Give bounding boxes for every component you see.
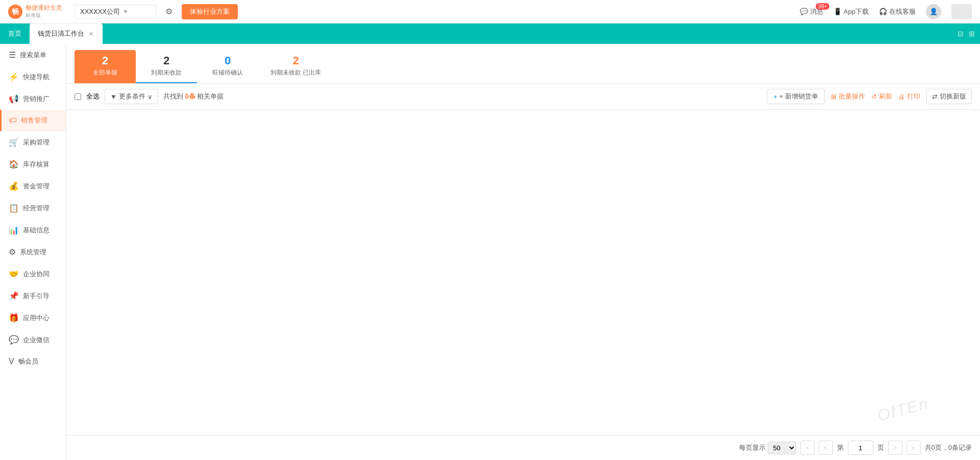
sidebar-item-finance[interactable]: 💰 资金管理: [0, 175, 66, 197]
tab-maximize-icon[interactable]: ⊞: [969, 30, 975, 38]
filter-label: 更多条件: [119, 92, 145, 101]
stats-tabs: 2 全部单据 2 到期未收款 0 旺辅待确认 2 到期未收款 已出库: [66, 44, 980, 84]
top-bar: 畅 畅捷通好生意 标准版 XXXXXX公司 ▼ ⚙ 体验行业方案 💬 消息 99…: [0, 0, 980, 23]
new-order-btn[interactable]: + + 新增销货单: [767, 89, 825, 104]
sidebar: ☰ 搜索菜单 ⚡ 快捷导航 📢 营销推广 🏷 销售管理 🛒 采购管理 🏠 库存核…: [0, 44, 66, 460]
first-page-btn[interactable]: «: [800, 441, 815, 455]
sidebar-item-label: 资金管理: [23, 182, 50, 191]
select-all-checkbox[interactable]: [75, 93, 81, 100]
message-icon: 💬: [800, 8, 808, 15]
sidebar-item-wechat[interactable]: 💬 企业微信: [0, 329, 66, 351]
sidebar-item-label: 销售管理: [21, 116, 47, 125]
stat-tab-overdue[interactable]: 2 到期未收款: [136, 50, 197, 83]
sidebar-item-label: 经营管理: [23, 204, 50, 213]
sidebar-item-search[interactable]: ☰ 搜索菜单: [0, 44, 66, 66]
table-empty-area: [66, 110, 980, 435]
nav-tabs: 首页 钱货日清工作台 ✕ ⊟ ⊞: [0, 23, 980, 44]
sidebar-item-beginner[interactable]: 📌 新手引导: [0, 285, 66, 307]
stat-tab-all[interactable]: 2 全部单据: [75, 50, 136, 83]
tab-cashflow-label: 钱货日清工作台: [38, 29, 84, 38]
experience-btn[interactable]: 体验行业方案: [182, 4, 238, 19]
found-suffix: 相关单据: [197, 92, 224, 100]
sidebar-item-basic[interactable]: 📊 基础信息: [0, 219, 66, 241]
sidebar-item-system[interactable]: ⚙ 系统管理: [0, 241, 66, 263]
page-size-select: 每页显示 50 100 200: [739, 442, 796, 454]
pagination-bar: 每页显示 50 100 200 « < 第 页 > » 共0页，: [66, 435, 980, 460]
refresh-icon: ↺: [871, 93, 877, 101]
new-order-label: + 新增销货单: [779, 92, 818, 101]
tab-cashflow[interactable]: 钱货日清工作台 ✕: [30, 23, 103, 44]
filter-icon: ▼: [110, 93, 117, 101]
logo-area: 畅 畅捷通好生意 标准版: [8, 4, 75, 19]
found-text: 共找到 0条 相关单据: [163, 92, 224, 101]
headset-icon: 🎧: [879, 8, 887, 15]
message-btn[interactable]: 💬 消息 99: [800, 7, 823, 16]
company-name: XXXXXX公司: [80, 7, 120, 16]
gift-icon: 🎁: [9, 313, 19, 323]
stat-num-shipped: 2: [293, 54, 299, 67]
avatar[interactable]: 👤: [926, 4, 941, 19]
sidebar-item-member[interactable]: V 畅会员: [0, 351, 66, 372]
first-page-icon: «: [805, 444, 809, 451]
message-badge: 99: [816, 3, 829, 10]
tab-close-icon[interactable]: ✕: [87, 30, 94, 37]
page-unit: 页: [877, 443, 884, 452]
sidebar-item-appstore[interactable]: 🎁 应用中心: [0, 307, 66, 329]
page-label: 第: [837, 443, 844, 452]
member-icon: V: [9, 357, 14, 366]
sidebar-item-purchase[interactable]: 🛒 采购管理: [0, 131, 66, 153]
database-icon: 📊: [9, 225, 19, 235]
sidebar-item-inventory[interactable]: 🏠 库存核算: [0, 153, 66, 175]
tag-icon: 🏷: [9, 116, 17, 125]
batch-btn[interactable]: ⊞ 批量操作: [831, 92, 865, 101]
sidebar-item-marketing[interactable]: 📢 营销推广: [0, 88, 66, 110]
stat-tab-shipped[interactable]: 2 到期未收款 已出库: [258, 50, 333, 83]
plus-icon: +: [773, 93, 777, 101]
gear-icon: ⚙: [165, 7, 173, 16]
switch-icon: ⇄: [932, 93, 938, 101]
user-icon: 👤: [929, 8, 938, 15]
online-service-btn[interactable]: 🎧 在线客服: [879, 7, 916, 16]
home-icon: 🏠: [9, 159, 19, 169]
stat-label-all: 全部单据: [93, 68, 117, 77]
settings-icon-btn[interactable]: ⚙: [161, 4, 177, 19]
stat-label-pending: 旺辅待确认: [212, 68, 243, 77]
filter-btn[interactable]: ▼ 更多条件 ∨: [105, 89, 158, 104]
search-menu-icon: ☰: [9, 50, 16, 60]
per-page-dropdown[interactable]: 50 100 200: [768, 442, 796, 454]
logo-text: 畅捷通好生意: [26, 4, 62, 12]
switch-version-btn[interactable]: ⇄ 切换新版: [926, 89, 972, 104]
sidebar-item-operation[interactable]: 📋 经营管理: [0, 197, 66, 219]
print-btn[interactable]: 🖨 打印: [898, 92, 920, 101]
nav-tabs-right: ⊟ ⊞: [958, 30, 980, 38]
company-selector[interactable]: XXXXXX公司 ▼: [75, 5, 156, 19]
sidebar-item-label: 企业微信: [23, 335, 50, 345]
clipboard-icon: 📋: [9, 203, 19, 213]
chevron-down-icon: ∨: [148, 93, 153, 101]
online-service-label: 在线客服: [889, 7, 916, 16]
pin-icon: 📌: [9, 291, 19, 301]
app-download-btn[interactable]: 📱 App下载: [834, 7, 869, 16]
handshake-icon: 🤝: [9, 269, 19, 279]
refresh-btn[interactable]: ↺ 刷新: [871, 92, 892, 101]
last-page-btn[interactable]: »: [906, 441, 921, 455]
tab-minimize-icon[interactable]: ⊟: [958, 30, 964, 38]
money-icon: 💰: [9, 181, 19, 191]
switch-label: 切换新版: [940, 92, 966, 101]
prev-page-btn[interactable]: <: [819, 441, 833, 455]
next-page-icon: >: [893, 444, 897, 451]
sidebar-item-nav[interactable]: ⚡ 快捷导航: [0, 66, 66, 88]
tab-home[interactable]: 首页: [0, 23, 30, 44]
stat-tab-pending[interactable]: 0 旺辅待确认: [197, 50, 258, 83]
page-input[interactable]: [848, 441, 873, 455]
lightning-icon: ⚡: [9, 72, 19, 82]
print-label: 打印: [907, 92, 920, 101]
sidebar-item-sales[interactable]: 🏷 销售管理: [0, 110, 66, 131]
sidebar-item-label: 企业协同: [23, 270, 50, 279]
next-page-btn[interactable]: >: [888, 441, 902, 455]
print-icon: 🖨: [898, 93, 905, 101]
sidebar-item-enterprise[interactable]: 🤝 企业协同: [0, 263, 66, 285]
page-total: 共0页，0条记录: [925, 443, 972, 452]
app-download-label: App下载: [844, 7, 869, 16]
phone-icon: 📱: [834, 8, 842, 15]
